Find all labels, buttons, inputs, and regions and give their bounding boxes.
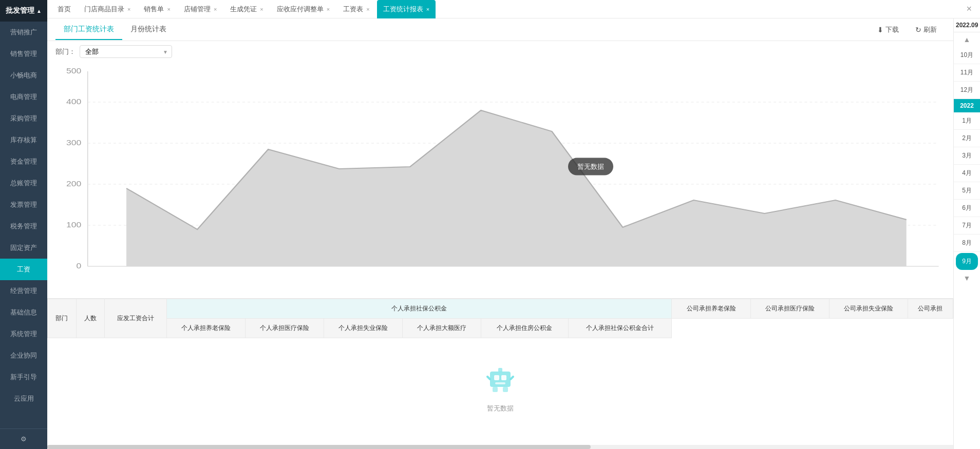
col-dept: 部门 (48, 299, 77, 338)
sidebar-item-operations[interactable]: 经营管理 (0, 280, 47, 302)
sidebar-arrow: ▲ (36, 8, 42, 14)
tab-ar-ap-adjust[interactable]: 应收应付调整单 × (271, 0, 336, 18)
col-company-unemployment: 公司承担失业保险 (829, 299, 908, 319)
sidebar-item-payroll[interactable]: 工资 (0, 259, 47, 280)
dept-label: 部门： (55, 47, 76, 56)
tab-home[interactable]: 首页 (51, 0, 77, 18)
date-item-dec[interactable]: 12月 (954, 82, 980, 99)
download-icon: ⬇ (877, 26, 883, 34)
date-item-nov[interactable]: 11月 (954, 64, 980, 82)
close-tab-payroll[interactable]: × (366, 6, 369, 12)
sidebar-item-fixed-assets[interactable]: 固定资产 (0, 237, 47, 259)
close-all-tabs-button[interactable]: × (962, 2, 976, 16)
date-item-jan[interactable]: 1月 (954, 112, 980, 130)
svg-rect-18 (498, 368, 502, 372)
date-item-jul[interactable]: 7月 (954, 217, 980, 235)
col-total-wage: 应发工资合计 (105, 299, 167, 338)
close-tab-shop-manage[interactable]: × (214, 6, 217, 12)
content-area: 部门工资统计表 月份统计表 ⬇ 下载 ↻ 刷新 (47, 18, 980, 449)
sidebar-item-purchase[interactable]: 采购管理 (0, 108, 47, 129)
date-item-sep[interactable]: 9月 (956, 253, 978, 270)
tab-payroll[interactable]: 工资表 × (337, 0, 375, 18)
sidebar-item-invoice[interactable]: 发票管理 (0, 194, 47, 216)
date-panel-up-arrow[interactable]: ▲ (954, 32, 980, 47)
date-item-year-2022: 2022 (954, 99, 980, 112)
sidebar-item-ledger[interactable]: 总账管理 (0, 172, 47, 194)
col-personal-insurance-total: 个人承担社保公积金合计 (568, 319, 672, 338)
date-item-jun[interactable]: 6月 (954, 200, 980, 217)
main-area: 首页 门店商品目录 × 销售单 × 店铺管理 × 生成凭证 × 应收应付调整单 … (47, 0, 980, 449)
scrollbar-thumb[interactable] (47, 445, 591, 449)
sidebar-item-cloud[interactable]: 云应用 (0, 388, 47, 409)
close-tab-sales-order[interactable]: × (167, 6, 170, 12)
close-tab-payroll-report[interactable]: × (426, 6, 429, 12)
col-company-pension: 公司承担养老保险 (672, 299, 750, 319)
svg-rect-21 (493, 387, 498, 392)
sidebar-item-tax[interactable]: 税务管理 (0, 216, 47, 237)
date-item-may[interactable]: 5月 (954, 182, 980, 200)
sub-tab-dept-stats[interactable]: 部门工资统计表 (55, 19, 122, 40)
sidebar-item-system[interactable]: 系统管理 (0, 323, 47, 345)
date-item-feb[interactable]: 2月 (954, 130, 980, 147)
sub-tab-monthly-stats[interactable]: 月份统计表 (122, 19, 175, 40)
dept-select-wrapper: 全部 (80, 45, 172, 58)
sidebar-item-guide[interactable]: 新手引导 (0, 366, 47, 388)
refresh-button[interactable]: ↻ 刷新 (911, 23, 941, 36)
svg-text:0: 0 (76, 262, 81, 270)
svg-text:200: 200 (66, 180, 81, 188)
close-tab-store-catalog[interactable]: × (127, 6, 130, 12)
data-table-container[interactable]: 部门 人数 应发工资合计 个人承担社保公积金 公司承担养老保险 公司承担医疗保险… (47, 298, 953, 445)
col-personal-unemployment: 个人承担失业保险 (324, 319, 402, 338)
tab-sales-order[interactable]: 销售单 × (138, 0, 176, 18)
tab-store-catalog[interactable]: 门店商品目录 × (78, 0, 137, 18)
filter-toolbar: 部门： 全部 (47, 41, 953, 62)
top-tabs-controls: × (962, 2, 976, 16)
sidebar-title-label: 批发管理 (6, 6, 34, 15)
col-group-personal-insurance: 个人承担社保公积金 (166, 299, 672, 319)
chart-no-data-tooltip: 暂无数据 (568, 158, 613, 175)
sidebar-item-ecommerce[interactable]: 电商管理 (0, 86, 47, 108)
date-item-oct[interactable]: 10月 (954, 47, 980, 64)
close-tab-ar-ap-adjust[interactable]: × (327, 6, 330, 12)
no-data-area: 暂无数据 (47, 338, 953, 434)
chart-area: 0 100 200 300 400 500 暂无数据 (47, 62, 953, 298)
date-panel-down-arrow[interactable]: ▼ (954, 271, 980, 285)
date-item-mar[interactable]: 3月 (954, 147, 980, 165)
sidebar-item-marketing[interactable]: 营销推广 (0, 22, 47, 43)
refresh-icon: ↻ (915, 26, 921, 34)
sidebar-item-funds[interactable]: 资金管理 (0, 151, 47, 172)
svg-text:100: 100 (66, 221, 81, 229)
col-company-other: 公司承担 (908, 299, 953, 319)
svg-rect-16 (501, 375, 506, 380)
sidebar-item-enterprise[interactable]: 企业协同 (0, 345, 47, 366)
date-panel: 2022.09 ▲ 10月 11月 12月 2022 1月 2月 3月 (953, 18, 980, 449)
sidebar-item-basic-info[interactable]: 基础信息 (0, 302, 47, 323)
settings-button[interactable]: ⚙ (0, 428, 47, 449)
area-chart: 0 100 200 300 400 500 (55, 66, 945, 282)
col-personal-housing-fund: 个人承担住房公积金 (481, 319, 568, 338)
download-button[interactable]: ⬇ 下载 (873, 23, 903, 36)
sub-tabs-bar: 部门工资统计表 月份统计表 ⬇ 下载 ↻ 刷新 (47, 18, 953, 41)
svg-rect-22 (503, 387, 508, 392)
sidebar-item-sales[interactable]: 销售管理 (0, 43, 47, 65)
tab-payroll-report[interactable]: 工资统计报表 × (377, 0, 436, 18)
svg-line-20 (511, 377, 513, 379)
no-data-illustration (480, 359, 521, 400)
sidebar-item-ecommerce-small[interactable]: 小畅电商 (0, 65, 47, 86)
col-count: 人数 (76, 299, 105, 338)
date-item-aug[interactable]: 8月 (954, 235, 980, 252)
date-item-apr[interactable]: 4月 (954, 165, 980, 182)
svg-text:500: 500 (66, 67, 81, 75)
svg-rect-15 (494, 375, 499, 380)
col-company-medical: 公司承担医疗保险 (750, 299, 829, 319)
sidebar-item-inventory[interactable]: 库存核算 (0, 129, 47, 151)
dept-select[interactable]: 全部 (80, 45, 172, 58)
svg-text:400: 400 (66, 98, 81, 106)
close-tab-generate-voucher[interactable]: × (260, 6, 263, 12)
top-tabs-bar: 首页 门店商品目录 × 销售单 × 店铺管理 × 生成凭证 × 应收应付调整单 … (47, 0, 980, 18)
tab-shop-manage[interactable]: 店铺管理 × (178, 0, 223, 18)
svg-rect-14 (490, 372, 511, 387)
horizontal-scrollbar[interactable] (47, 445, 953, 449)
tab-generate-voucher[interactable]: 生成凭证 × (224, 0, 269, 18)
sidebar-title[interactable]: 批发管理 ▲ (0, 0, 47, 22)
